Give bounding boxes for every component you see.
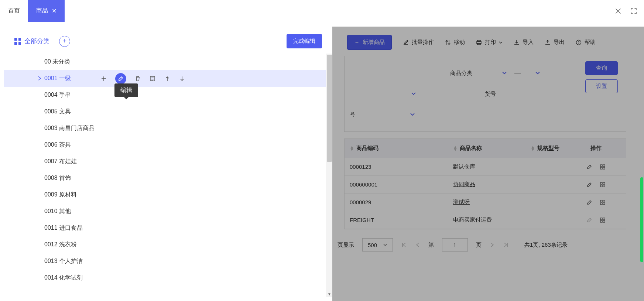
tree-item[interactable]: 0004 手串 (4, 87, 332, 103)
page-last-icon[interactable] (503, 242, 509, 248)
batch-link[interactable]: 批量操作 (403, 39, 434, 46)
tree-item-label: 0003 南昌门店商品 (44, 124, 95, 132)
row-more-icon[interactable] (600, 164, 606, 170)
filter-partno-label: 货号 (485, 90, 496, 98)
category-tree[interactable]: 00 未分类0001 一级0004 手串0005 文具0003 南昌门店商品00… (4, 54, 332, 297)
help-icon: ? (576, 40, 582, 45)
page-next-icon[interactable] (490, 242, 495, 247)
svg-rect-11 (603, 165, 605, 167)
row-edit-icon[interactable] (586, 164, 592, 170)
new-product-button[interactable]: ＋ 新增商品 (347, 35, 392, 50)
tree-item[interactable]: 0013 个人护洁 (4, 253, 332, 270)
svg-rect-3 (18, 42, 21, 45)
settings-button[interactable]: 设置 (585, 79, 618, 93)
tab-home[interactable]: 首页 (0, 0, 28, 22)
row-edit-icon[interactable] (586, 182, 592, 188)
tree-item[interactable]: 0007 布娃娃 (4, 153, 332, 170)
chevron-down-icon[interactable] (411, 91, 416, 96)
svg-rect-21 (603, 203, 605, 205)
row-more-icon[interactable] (600, 199, 606, 205)
sort-icon[interactable]: ▲▼ (350, 146, 354, 151)
tree-item[interactable]: 0011 进口食品 (4, 220, 332, 236)
add-child-icon[interactable] (100, 75, 107, 82)
tree-item[interactable]: 0009 原材料 (4, 187, 332, 203)
tab-product[interactable]: 商品 ✕ (28, 0, 65, 22)
tree-item-label: 0007 布娃娃 (44, 158, 77, 165)
tree-item[interactable]: 0012 洗衣粉 (4, 236, 332, 253)
sort-icon[interactable]: ▲▼ (531, 146, 535, 151)
row-more-icon[interactable] (600, 182, 606, 188)
th-name[interactable]: ▲▼ 商品名称 (448, 139, 525, 158)
table-row[interactable]: 0000029测试呀 (345, 194, 626, 211)
tree-item[interactable]: 0003 南昌门店商品 (4, 120, 332, 137)
properties-icon[interactable] (149, 75, 156, 82)
delete-icon[interactable] (134, 75, 141, 82)
filter-category-label: 商品分类 (450, 70, 472, 77)
chevron-down-icon[interactable] (410, 112, 415, 117)
move-up-icon[interactable] (164, 75, 171, 82)
tree-item[interactable]: 0001 一级 (4, 70, 332, 87)
help-link[interactable]: ? 帮助 (576, 39, 596, 46)
th-spec[interactable]: ▲▼ 规格型号 (525, 139, 566, 158)
fullscreen-icon[interactable] (627, 4, 640, 18)
product-name-link[interactable]: 测试呀 (453, 199, 470, 206)
range-dash: — (514, 69, 521, 77)
close-all-icon[interactable] (612, 4, 625, 18)
tree-item[interactable]: 0014 化学试剂 (4, 270, 332, 286)
tree-scrollbar-thumb[interactable] (327, 55, 332, 162)
tree-item-label: 0012 洗衣粉 (44, 241, 77, 249)
tab-product-label: 商品 (36, 7, 48, 15)
sort-icon[interactable]: ▲▼ (453, 146, 458, 151)
product-name-link[interactable]: 默认仓库 (453, 163, 475, 170)
workarea: 全部分类 + 完成编辑 编辑 00 未分类0001 一级0004 手串0005 … (4, 27, 644, 301)
svg-rect-24 (600, 220, 602, 222)
row-edit-icon[interactable] (586, 199, 592, 205)
chevron-down-icon[interactable] (502, 71, 507, 76)
table-row[interactable]: 0000123默认仓库 (345, 158, 626, 176)
move-down-icon[interactable] (179, 75, 185, 82)
import-link[interactable]: 导入 (514, 39, 534, 46)
search-button[interactable]: 查询 (585, 61, 618, 75)
add-category-button[interactable]: + (59, 36, 70, 47)
tree-item[interactable]: 0008 首饰 (4, 170, 332, 187)
tree-item[interactable]: 0005 文具 (4, 103, 332, 120)
table-row[interactable]: FREIGHT电商买家付运费 (345, 211, 626, 229)
edit-icon[interactable] (115, 73, 126, 84)
page-input[interactable] (442, 238, 468, 252)
help-label: 帮助 (585, 39, 596, 46)
export-link[interactable]: 导出 (545, 39, 565, 46)
cell-ops (566, 194, 626, 211)
svg-rect-14 (600, 182, 602, 184)
print-link[interactable]: 打印 (476, 39, 503, 46)
page-first-icon[interactable] (401, 242, 407, 248)
tree-item-label: 0005 文具 (44, 108, 71, 116)
cell-name: 测试呀 (448, 194, 525, 211)
svg-rect-20 (600, 203, 602, 205)
tree-item[interactable]: 00 未分类 (4, 54, 332, 70)
move-link[interactable]: 移动 (445, 39, 465, 46)
tree-item-label: 0009 原材料 (44, 191, 77, 199)
row-more-icon[interactable] (600, 217, 606, 223)
page-prev-icon[interactable] (415, 242, 420, 247)
tree-item-label: 0011 进口食品 (44, 224, 83, 232)
tree-item[interactable]: 0010 其他 (4, 203, 332, 220)
per-page-select[interactable]: 500 (362, 238, 393, 252)
page-scrollbar-thumb[interactable] (640, 177, 643, 262)
svg-rect-2 (14, 42, 17, 45)
product-name-link[interactable]: 协同商品 (453, 181, 475, 188)
chevron-down-icon[interactable] (535, 71, 540, 76)
cell-code: 000600001 (345, 176, 448, 193)
tree-scrollbar[interactable]: ▼ (326, 54, 332, 297)
table-row[interactable]: 000600001协同商品 (345, 176, 626, 194)
tree-scroll-down-icon[interactable]: ▼ (326, 291, 332, 297)
svg-rect-1 (18, 38, 21, 41)
row-edit-icon (586, 217, 592, 223)
finish-edit-button[interactable]: 完成编辑 (287, 34, 322, 48)
all-categories-title[interactable]: 全部分类 (24, 37, 49, 45)
edit-icon (403, 40, 409, 45)
tree-item[interactable]: 0006 茶具 (4, 137, 332, 153)
th-code[interactable]: ▲▼ 商品编码 (345, 139, 448, 158)
chevron-right-icon[interactable] (38, 76, 41, 81)
category-panel: 全部分类 + 完成编辑 编辑 00 未分类0001 一级0004 手串0005 … (4, 27, 332, 301)
close-icon[interactable]: ✕ (52, 7, 56, 14)
